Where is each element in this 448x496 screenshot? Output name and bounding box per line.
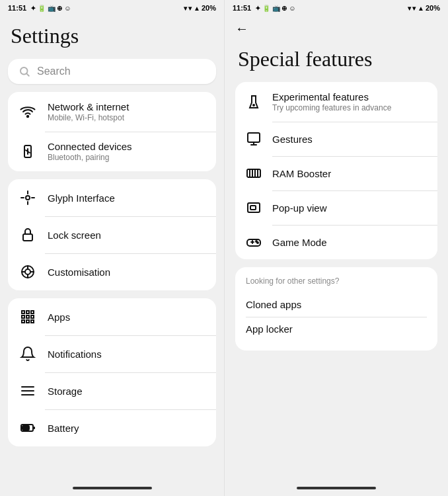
- svg-point-42: [257, 242, 258, 243]
- apps-title: Apps: [48, 311, 205, 323]
- status-right-right: ▾ ▾ ▲ 20%: [408, 4, 441, 12]
- wifi-icon-right: ▾ ▾ ▲: [408, 5, 424, 12]
- experimental-icon: [246, 94, 262, 110]
- game-title: Game Mode: [272, 237, 427, 248]
- experimental-subtitle: Try upcoming features in advance: [272, 103, 427, 112]
- customisation-icon: [19, 263, 37, 281]
- notifications-text: Notifications: [48, 349, 205, 360]
- battery-left: 20%: [202, 4, 216, 12]
- signal-icons-left: ✦ 🔋 📺 ⊕ ☺: [30, 5, 71, 12]
- page-title-settings: Settings: [8, 16, 216, 59]
- battery-text: Battery: [48, 423, 205, 434]
- connected-text: Connected devices Bluetooth, pairing: [48, 141, 205, 162]
- back-button[interactable]: ←: [235, 16, 248, 39]
- svg-rect-17: [22, 315, 24, 318]
- svg-rect-15: [26, 311, 29, 313]
- svg-line-1: [26, 73, 28, 75]
- glyph-title: Glyph Interface: [48, 192, 205, 204]
- svg-rect-7: [23, 234, 32, 241]
- svg-rect-27: [22, 426, 29, 430]
- experimental-text: Experimental features Try upcoming featu…: [272, 91, 427, 112]
- home-indicator-left: [73, 487, 152, 489]
- time-left: 11:51: [8, 4, 26, 12]
- special-item-popup[interactable]: Pop-up view: [235, 190, 437, 225]
- connected-title: Connected devices: [48, 141, 205, 152]
- svg-rect-37: [250, 206, 256, 210]
- settings-item-lock[interactable]: Lock screen: [8, 216, 216, 253]
- special-item-ram[interactable]: RAM Booster: [235, 156, 437, 190]
- connected-subtitle: Bluetooth, pairing: [48, 153, 205, 162]
- battery-icon: [19, 419, 37, 437]
- battery-right: 20%: [426, 4, 440, 12]
- notifications-icon: [19, 345, 37, 363]
- right-scroll-area: ← Special features Experimental features…: [225, 16, 448, 483]
- glyph-icon: [19, 188, 37, 207]
- experimental-title: Experimental features: [272, 91, 427, 103]
- game-text: Game Mode: [272, 237, 427, 248]
- other-settings-card: Looking for other settings? Cloned apps …: [235, 267, 437, 351]
- ram-icon: [246, 165, 262, 181]
- special-item-gestures[interactable]: Gestures: [235, 122, 437, 156]
- settings-item-storage[interactable]: Storage: [8, 372, 216, 409]
- storage-title: Storage: [48, 386, 205, 397]
- bottom-bar-right: [225, 483, 448, 496]
- search-placeholder: Search: [37, 65, 71, 77]
- bluetooth-icon: [19, 142, 37, 161]
- time-right: 11:51: [233, 4, 251, 12]
- apps-icon: [19, 308, 37, 326]
- wifi-icon: ▾ ▾ ▲: [184, 5, 200, 12]
- left-panel: 11:51 ✦ 🔋 📺 ⊕ ☺ ▾ ▾ ▲ 20% Settings Searc…: [0, 0, 224, 496]
- svg-rect-14: [22, 311, 24, 313]
- lock-text: Lock screen: [48, 229, 205, 241]
- special-item-game[interactable]: Game Mode: [235, 225, 437, 259]
- status-time-right: 11:51 ✦ 🔋 📺 ⊕ ☺: [233, 4, 295, 12]
- special-features-card: Experimental features Try upcoming featu…: [235, 82, 437, 259]
- svg-rect-20: [22, 320, 24, 323]
- lock-title: Lock screen: [48, 229, 205, 241]
- other-item-locker[interactable]: App locker: [246, 317, 427, 341]
- svg-rect-22: [31, 320, 34, 323]
- bottom-bar-left: [0, 483, 224, 496]
- storage-icon: [19, 382, 37, 400]
- glyph-text: Glyph Interface: [48, 192, 205, 204]
- status-bar-left: 11:51 ✦ 🔋 📺 ⊕ ☺ ▾ ▾ ▲ 20%: [0, 0, 224, 16]
- signal-icons-right: ✦ 🔋 📺 ⊕ ☺: [255, 5, 295, 12]
- network-text: Network & internet Mobile, Wi-Fi, hotspo…: [48, 101, 205, 122]
- svg-point-9: [25, 269, 30, 274]
- status-right-left: ▾ ▾ ▲ 20%: [184, 4, 217, 12]
- settings-item-network[interactable]: Network & internet Mobile, Wi-Fi, hotspo…: [8, 92, 216, 132]
- notifications-title: Notifications: [48, 349, 205, 360]
- glyph-lock-card: Glyph Interface Lock screen: [8, 179, 216, 290]
- svg-rect-19: [31, 315, 34, 318]
- search-bar[interactable]: Search: [8, 59, 216, 84]
- customisation-title: Customisation: [48, 267, 205, 278]
- gestures-title: Gestures: [272, 134, 427, 145]
- special-item-experimental[interactable]: Experimental features Try upcoming featu…: [235, 82, 437, 122]
- settings-item-glyph[interactable]: Glyph Interface: [8, 179, 216, 216]
- settings-item-battery[interactable]: Battery: [8, 409, 216, 446]
- settings-item-apps[interactable]: Apps: [8, 298, 216, 335]
- right-panel: 11:51 ✦ 🔋 📺 ⊕ ☺ ▾ ▾ ▲ 20% ← Special feat…: [224, 0, 448, 496]
- svg-point-6: [26, 196, 30, 200]
- popup-icon: [246, 200, 262, 216]
- settings-item-customisation[interactable]: Customisation: [8, 253, 216, 290]
- customisation-text: Customisation: [48, 267, 205, 278]
- home-indicator-right: [297, 487, 376, 489]
- status-bar-right: 11:51 ✦ 🔋 📺 ⊕ ☺ ▾ ▾ ▲ 20%: [225, 0, 448, 16]
- popup-text: Pop-up view: [272, 202, 427, 214]
- svg-point-2: [27, 116, 28, 117]
- other-item-cloned[interactable]: Cloned apps: [246, 292, 427, 317]
- battery-title: Battery: [48, 423, 205, 434]
- svg-rect-18: [26, 315, 29, 318]
- apps-text: Apps: [48, 311, 205, 323]
- settings-item-notifications[interactable]: Notifications: [8, 335, 216, 372]
- svg-point-29: [253, 104, 254, 106]
- svg-rect-21: [26, 320, 29, 323]
- settings-item-connected[interactable]: Connected devices Bluetooth, pairing: [8, 132, 216, 171]
- left-scroll-area: Settings Search: [0, 16, 224, 483]
- svg-rect-16: [31, 311, 34, 313]
- svg-rect-30: [248, 133, 260, 142]
- network-title: Network & internet: [48, 101, 205, 112]
- wifi-icon: [19, 103, 37, 121]
- svg-rect-36: [248, 203, 260, 212]
